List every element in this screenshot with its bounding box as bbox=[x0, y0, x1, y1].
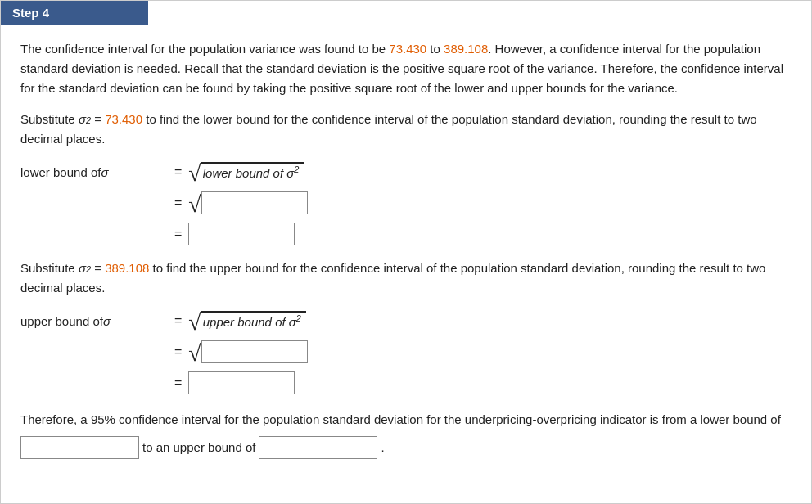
lower-sqrt-input[interactable] bbox=[201, 191, 308, 214]
final-upper-input[interactable] bbox=[259, 436, 377, 459]
lower-substitute-text: Substitute σ2 = 73.430 to find the lower… bbox=[20, 110, 792, 149]
upper-value: 389.108 bbox=[444, 42, 488, 56]
final-middle: to an upper bound of bbox=[142, 435, 255, 460]
final-prefix: Therefore, a 95% confidence interval for… bbox=[20, 407, 781, 432]
step-header: Step 4 bbox=[1, 1, 148, 25]
upper-bound-label: upper bound of σ bbox=[20, 314, 168, 328]
upper-sqrt-input[interactable] bbox=[201, 340, 308, 363]
upper-formula-row1: upper bound of σ = √ upper bound of σ2 bbox=[20, 309, 792, 332]
upper-sqrt-input-row: = √ bbox=[168, 340, 792, 363]
final-suffix: . bbox=[381, 435, 384, 460]
lower-bound-label: lower bound of σ bbox=[20, 165, 168, 179]
upper-result-row: = bbox=[168, 371, 792, 394]
final-conclusion: Therefore, a 95% confidence interval for… bbox=[20, 407, 792, 460]
upper-result-input[interactable] bbox=[188, 371, 295, 394]
lower-sqrt-input-row: = √ bbox=[168, 191, 792, 214]
lower-sqrt-formula: √ lower bound of σ2 bbox=[188, 160, 304, 183]
lower-value-2: 73.430 bbox=[105, 112, 142, 126]
lower-result-input[interactable] bbox=[188, 223, 295, 245]
lower-value: 73.430 bbox=[389, 42, 426, 56]
lower-result-row: = bbox=[168, 223, 792, 245]
intro-paragraph: The confidence interval for the populati… bbox=[20, 39, 792, 98]
final-lower-input[interactable] bbox=[20, 436, 139, 459]
lower-formula-row1: lower bound of σ = √ lower bound of σ2 bbox=[20, 160, 792, 183]
upper-value-2: 389.108 bbox=[105, 261, 149, 275]
upper-substitute-text: Substitute σ2 = 389.108 to find the uppe… bbox=[20, 259, 792, 298]
upper-sqrt-formula: √ upper bound of σ2 bbox=[188, 309, 306, 332]
